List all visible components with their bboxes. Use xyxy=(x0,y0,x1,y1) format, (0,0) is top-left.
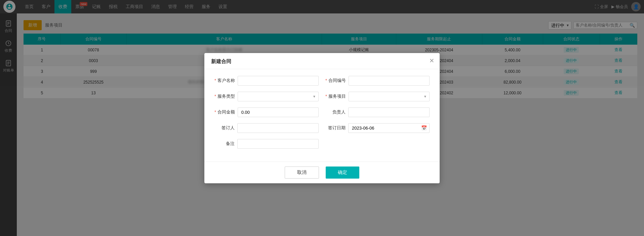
service-type-select[interactable] xyxy=(238,92,319,101)
service-type-group: 服务类型 ▼ xyxy=(214,92,319,101)
modal-overlay[interactable]: 新建合同 ✕ 客户名称 合同编号 服务类型 xyxy=(0,0,644,236)
service-item-group: 服务项目 ▼ xyxy=(325,92,430,101)
service-type-select-wrapper: ▼ xyxy=(238,92,319,101)
signer-input[interactable] xyxy=(237,123,319,133)
form-row-5: 备注 xyxy=(214,139,430,149)
form-row-3: 合同金额 负责人 xyxy=(214,107,430,117)
contract-amount-label: 合同金额 xyxy=(214,109,235,115)
cancel-button[interactable]: 取消 xyxy=(285,167,319,179)
service-type-label: 服务类型 xyxy=(214,93,235,99)
new-contract-modal: 新建合同 ✕ 客户名称 合同编号 服务类型 xyxy=(204,53,440,183)
confirm-button[interactable]: 确定 xyxy=(326,167,359,179)
customer-name-label: 客户名称 xyxy=(214,78,235,84)
responsible-label: 负责人 xyxy=(325,109,346,115)
contract-no-label: 合同编号 xyxy=(325,78,346,84)
contract-no-group: 合同编号 xyxy=(325,76,430,86)
responsible-input[interactable] xyxy=(348,107,430,117)
contract-amount-input[interactable] xyxy=(238,107,319,117)
sign-date-group: 签订日期 📅 xyxy=(325,123,430,133)
responsible-group: 负责人 xyxy=(325,107,430,117)
signer-group: 签订人 xyxy=(214,123,319,133)
customer-name-group: 客户名称 xyxy=(214,76,319,86)
modal-close-button[interactable]: ✕ xyxy=(429,57,434,64)
sign-date-input[interactable] xyxy=(348,123,430,133)
modal-title: 新建合同 xyxy=(211,58,231,64)
sign-date-wrapper: 📅 xyxy=(348,123,430,133)
customer-name-input[interactable] xyxy=(238,76,319,86)
modal-header: 新建合同 ✕ xyxy=(204,53,440,69)
modal-body: 客户名称 合同编号 服务类型 ▼ 服务项目 xyxy=(204,69,440,161)
remark-label: 备注 xyxy=(214,141,235,147)
remark-group: 备注 xyxy=(214,139,319,149)
contract-no-input[interactable] xyxy=(349,76,430,86)
contract-amount-group: 合同金额 xyxy=(214,107,319,117)
signer-label: 签订人 xyxy=(214,125,235,131)
form-row-4: 签订人 签订日期 📅 xyxy=(214,123,430,133)
form-row-2: 服务类型 ▼ 服务项目 ▼ xyxy=(214,92,430,101)
sign-date-label: 签订日期 xyxy=(325,125,346,131)
service-item-select-wrapper: ▼ xyxy=(349,92,430,101)
modal-footer: 取消 确定 xyxy=(204,161,440,183)
remark-input[interactable] xyxy=(237,139,319,149)
service-item-select[interactable] xyxy=(349,92,430,101)
service-item-label: 服务项目 xyxy=(325,93,346,99)
form-row-1: 客户名称 合同编号 xyxy=(214,76,430,86)
